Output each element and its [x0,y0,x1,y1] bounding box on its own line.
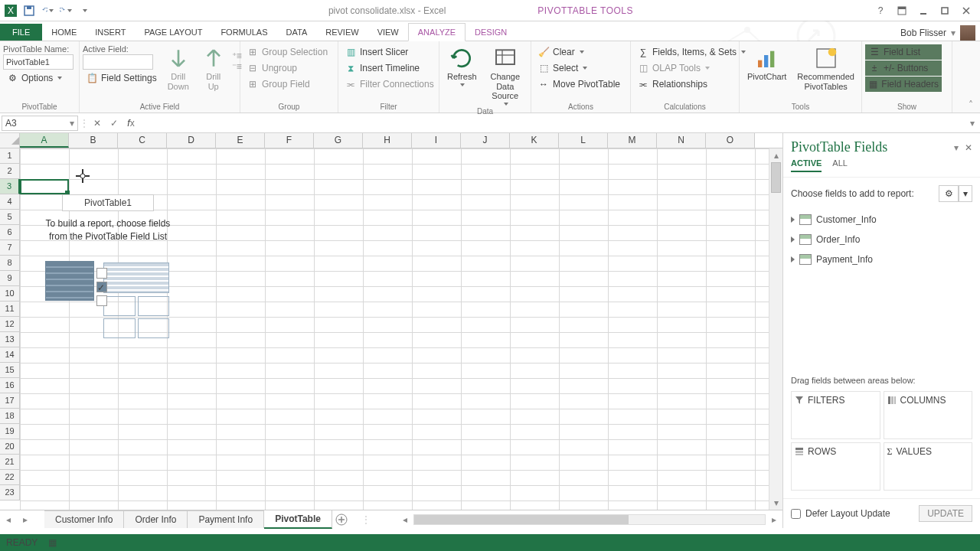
tab-view[interactable]: VIEW [368,24,408,41]
field-customer-info[interactable]: Customer_Info [789,210,974,230]
col-header[interactable]: E [216,133,265,148]
name-box[interactable]: A3▾ [2,116,78,131]
pt-name-input[interactable] [3,54,74,70]
group-selection-button[interactable]: ⊞Group Selection [243,44,331,60]
row-header[interactable]: 14 [0,347,20,363]
redo-icon[interactable] [60,5,72,17]
collapse-ribbon-icon[interactable]: ˄ [965,99,977,111]
fx-icon[interactable]: fx [122,116,139,131]
col-header[interactable]: J [461,133,510,148]
active-field-input[interactable] [83,54,153,70]
active-cell[interactable] [20,179,69,194]
pivotchart-button[interactable]: PivotChart [743,43,791,82]
olap-tools-button[interactable]: ◫OLAP Tools [634,60,749,76]
sheet-tab-pivot[interactable]: PivotTable [264,510,332,529]
sheet-nav-prev[interactable]: ◂ [0,511,17,528]
row-header[interactable]: 10 [0,286,20,302]
drill-down-button[interactable]: Drill Down [162,43,195,91]
col-header[interactable]: F [265,133,314,148]
field-list-toggle[interactable]: ☰Field List [865,44,942,60]
insert-timeline-button[interactable]: ⧗Insert Timeline [341,60,437,76]
tab-page-layout[interactable]: PAGE LAYOUT [135,24,211,41]
col-header[interactable]: D [167,133,216,148]
update-button[interactable]: UPDATE [919,505,972,522]
undo-icon[interactable] [41,5,54,17]
row-header[interactable]: 20 [0,439,20,455]
field-payment-info[interactable]: Payment_Info [789,249,974,269]
recommended-pt-button[interactable]: Recommended PivotTables [792,43,859,91]
maximize-icon[interactable] [936,3,954,18]
row-header[interactable]: 17 [0,393,20,409]
row-header[interactable]: 8 [0,256,20,271]
col-header[interactable]: B [69,133,118,148]
minimize-icon[interactable] [914,3,933,18]
row-header[interactable]: 9 [0,271,20,286]
buttons-toggle[interactable]: ±+/- Buttons [865,60,942,76]
insert-slicer-button[interactable]: ▥Insert Slicer [341,44,437,60]
pane-tab-all[interactable]: ALL [832,158,848,172]
user-name[interactable]: Bob Flisser [900,28,946,38]
col-header[interactable]: G [314,133,363,148]
col-header[interactable]: N [657,133,706,148]
move-pt-button[interactable]: ↔Move PivotTable [534,77,623,92]
row-header[interactable]: 21 [0,455,20,470]
row-header[interactable]: 19 [0,424,20,439]
macro-record-icon[interactable]: ▦ [48,537,57,548]
ungroup-button[interactable]: ⊟Ungroup [243,60,331,76]
sheet-tab-customer[interactable]: Customer Info [44,510,124,528]
sheet-nav-next[interactable]: ▸ [17,511,34,528]
pane-tab-active[interactable]: ACTIVE [791,158,822,172]
col-header[interactable]: O [706,133,755,148]
field-order-info[interactable]: Order_Info [789,230,974,249]
field-headers-toggle[interactable]: ▦Field Headers [865,77,942,92]
col-header[interactable]: C [118,133,167,148]
row-header[interactable]: 6 [0,225,20,240]
sheet-tab-order[interactable]: Order Info [124,510,188,528]
help-icon[interactable]: ? [871,3,890,18]
row-header[interactable]: 22 [0,470,20,485]
area-values[interactable]: ΣVALUES [884,442,973,491]
cancel-formula-icon[interactable]: ✕ [89,116,106,131]
defer-checkbox[interactable] [791,509,801,519]
expand-formula-bar-icon[interactable]: ▾ [965,118,980,129]
col-header[interactable]: L [559,133,608,148]
options-button[interactable]: ⚙Options [3,70,74,86]
row-header[interactable]: 7 [0,240,20,256]
row-header[interactable]: 4 [0,194,20,210]
filter-connections-button[interactable]: ⫘Filter Connections [341,77,437,92]
pane-tools-dropdown[interactable]: ▾ [959,185,972,202]
user-avatar[interactable] [960,25,975,41]
sheet-tab-payment[interactable]: Payment Info [188,510,264,528]
vertical-scrollbar[interactable]: ▴▾ [769,148,782,510]
col-header[interactable]: A [20,133,69,148]
relationships-button[interactable]: ⫘Relationships [634,77,749,92]
area-filters[interactable]: FILTERS [791,391,880,439]
tab-analyze[interactable]: ANALYZE [408,23,466,41]
row-header[interactable]: 13 [0,332,20,347]
pane-tools-icon[interactable]: ⚙ [939,185,959,202]
row-header[interactable]: 3 [0,179,20,194]
pane-dropdown-icon[interactable]: ▾ [954,142,959,153]
row-header[interactable]: 23 [0,485,20,500]
row-header[interactable]: 2 [0,164,20,179]
row-header[interactable]: 15 [0,363,20,378]
row-header[interactable]: 11 [0,302,20,317]
clear-button[interactable]: 🧹Clear [534,44,623,60]
add-sheet-button[interactable] [332,514,351,526]
ribbon-display-icon[interactable] [893,3,911,18]
close-icon[interactable] [957,3,975,18]
col-header[interactable]: M [608,133,657,148]
save-icon[interactable] [23,5,35,17]
group-field-button[interactable]: ⊞Group Field [243,77,331,92]
area-rows[interactable]: ROWS [791,442,880,491]
row-header[interactable]: 18 [0,409,20,424]
qat-customize-icon[interactable] [78,5,90,17]
formula-input[interactable] [139,116,965,131]
horizontal-scrollbar[interactable]: ◂▸ [397,511,782,528]
row-header[interactable]: 16 [0,378,20,393]
tab-file[interactable]: FILE [0,24,42,41]
drill-up-button[interactable]: Drill Up [197,43,230,91]
select-button[interactable]: ⬚Select [534,60,623,76]
tab-insert[interactable]: INSERT [86,24,135,41]
row-header[interactable]: 1 [0,148,20,164]
